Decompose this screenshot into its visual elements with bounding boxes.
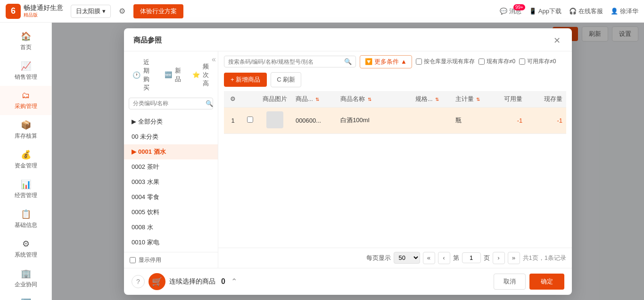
th-name[interactable]: 商品名称 ⇅ bbox=[337, 91, 412, 108]
tab-recent-label: 近期购买 bbox=[143, 58, 153, 92]
product-table-wrap: ⚙ 商品图片 商品... ⇅ bbox=[218, 91, 572, 248]
message-badge: 99+ bbox=[513, 4, 525, 10]
available-stock-filter-checkbox[interactable] bbox=[519, 58, 525, 65]
headphone-icon: 🎧 bbox=[569, 8, 577, 15]
cat-appliance[interactable]: 0010 家电 bbox=[124, 235, 218, 250]
th-spec[interactable]: 规格... ⇅ bbox=[412, 91, 452, 108]
filter-icon: 🔽 bbox=[365, 58, 372, 65]
more-filter-btn[interactable]: 🔽 更多条件 ▲ bbox=[360, 55, 412, 68]
cat-water[interactable]: 0008 水 bbox=[124, 220, 218, 235]
tab-recent-purchase[interactable]: 🕐 近期购买 bbox=[128, 55, 158, 95]
per-page-select[interactable]: 50 100 200 bbox=[394, 252, 420, 264]
page-suffix-label: 页 bbox=[484, 254, 490, 262]
cancel-btn[interactable]: 取消 bbox=[494, 274, 526, 290]
cat-beverage[interactable]: 0005 饮料 bbox=[124, 205, 218, 220]
sidebar-item-inventory[interactable]: 📦 库存核算 bbox=[0, 115, 51, 145]
tab-new-label: 新品 bbox=[175, 67, 181, 83]
sidebar-item-system[interactable]: ⚙ 系统管理 bbox=[0, 234, 51, 264]
cell-img bbox=[258, 107, 292, 133]
confirm-btn[interactable]: 确定 bbox=[529, 274, 564, 290]
sidebar-item-sales[interactable]: 📈 销售管理 bbox=[0, 56, 51, 86]
sidebar-label-system: 系统管理 bbox=[15, 251, 37, 259]
tab-high-freq[interactable]: ⭐ 频次高 bbox=[188, 55, 214, 95]
product-search-box: 🔍 bbox=[224, 56, 356, 67]
topbar: 6 畅捷通好生意 精品版 日太阳膜 ▾ ⚙ 体验行业方案 💬 消息 99+ 📱 … bbox=[0, 0, 644, 23]
user-menu[interactable]: 👤 徐泽华 bbox=[611, 7, 638, 16]
page-number-input[interactable] bbox=[462, 252, 481, 263]
total-info: 共1页，1条记录 bbox=[523, 254, 566, 262]
cat-liquor[interactable]: ▶ 0001 酒水 bbox=[124, 144, 218, 159]
topbar-dropdown[interactable]: 日太阳膜 ▾ bbox=[71, 5, 111, 18]
available-stock-filter-label[interactable]: 可用库存≠0 bbox=[519, 58, 556, 66]
gear-button[interactable]: ⚙ bbox=[115, 4, 130, 19]
left-panel: 🕐 近期购买 🆕 新品 ⭐ 频次高 « bbox=[124, 51, 218, 268]
warehouse-filter-label[interactable]: 按仓库显示现有库存 bbox=[416, 58, 475, 66]
cell-name: 白酒100ml bbox=[337, 107, 412, 133]
cell-code: 000600... bbox=[292, 107, 337, 133]
experience-btn[interactable]: 体验行业方案 bbox=[133, 4, 183, 18]
cat-all[interactable]: ▶ 全部分类 bbox=[124, 114, 218, 129]
cell-stock: -1 bbox=[526, 107, 566, 133]
spec-sort-icon: ⇅ bbox=[435, 97, 439, 102]
tab-new-product[interactable]: 🆕 新品 bbox=[160, 55, 186, 95]
collapse-left-btn[interactable]: « bbox=[212, 55, 216, 64]
user-name: 徐泽华 bbox=[620, 7, 638, 16]
app-download-btn[interactable]: 📱 App下载 bbox=[529, 7, 561, 16]
help-btn[interactable]: ? bbox=[132, 275, 145, 288]
sidebar: 🏠 首页 📈 销售管理 🗂 采购管理 📦 库存核算 💰 资金管理 📊 经营管理 … bbox=[0, 23, 52, 300]
sidebar-label-sales: 销售管理 bbox=[15, 73, 37, 81]
message-icon: 💬 bbox=[500, 8, 507, 15]
product-search-input[interactable] bbox=[228, 58, 342, 65]
th-unit[interactable]: 主计量 ⇅ bbox=[452, 91, 487, 108]
filter-arrow-icon: ▲ bbox=[401, 58, 407, 65]
product-image bbox=[266, 111, 283, 128]
last-page-btn[interactable]: » bbox=[508, 252, 520, 264]
finance-icon: 💰 bbox=[21, 150, 31, 160]
cat-tea[interactable]: 0002 茶叶 bbox=[124, 159, 218, 175]
sidebar-item-purchase[interactable]: 🗂 采购管理 bbox=[0, 86, 51, 115]
online-service-btn[interactable]: 🎧 在线客服 bbox=[569, 7, 603, 16]
modal-body: 🕐 近期购买 🆕 新品 ⭐ 频次高 « bbox=[124, 51, 572, 268]
show-disabled-checkbox[interactable] bbox=[130, 257, 136, 263]
category-search-icon: 🔍 bbox=[206, 100, 213, 107]
sidebar-item-operations[interactable]: 📊 经营管理 bbox=[0, 175, 51, 204]
logo-sub: 精品版 bbox=[24, 12, 63, 18]
cat-fruit[interactable]: 0003 水果 bbox=[124, 175, 218, 190]
category-search-input[interactable] bbox=[133, 100, 204, 107]
basic-info-icon: 📋 bbox=[21, 209, 31, 219]
sidebar-item-enterprise[interactable]: 🏢 企业协同 bbox=[0, 264, 51, 293]
table-row[interactable]: 1 000600... 白酒100ml bbox=[224, 107, 566, 133]
sidebar-item-basic-info[interactable]: 📋 基础信息 bbox=[0, 204, 51, 234]
next-page-btn[interactable]: › bbox=[493, 252, 505, 264]
cell-unit: 瓶 bbox=[452, 107, 487, 133]
warehouse-filter-checkbox[interactable] bbox=[416, 58, 422, 65]
sidebar-item-finance[interactable]: 💰 资金管理 bbox=[0, 145, 51, 175]
cell-check[interactable] bbox=[242, 107, 258, 133]
sidebar-item-home[interactable]: 🏠 首页 bbox=[0, 26, 51, 56]
new-icon: 🆕 bbox=[165, 71, 172, 78]
th-code[interactable]: 商品... ⇅ bbox=[292, 91, 337, 108]
th-stock: 现存量 bbox=[526, 91, 566, 108]
recent-icon: 🕐 bbox=[132, 71, 140, 79]
messages-btn[interactable]: 💬 消息 99+ bbox=[500, 7, 521, 16]
th-avail: 可用量 bbox=[487, 91, 527, 108]
first-page-btn[interactable]: « bbox=[423, 252, 435, 264]
cart-btn[interactable]: 🛒 bbox=[149, 273, 165, 290]
cat-uncategorized[interactable]: 00 未分类 bbox=[124, 129, 218, 144]
add-product-btn[interactable]: + 新增商品 bbox=[224, 73, 267, 87]
sidebar-label-basic-info: 基础信息 bbox=[15, 221, 37, 229]
cat-snack[interactable]: 0004 零食 bbox=[124, 190, 218, 205]
system-icon: ⚙ bbox=[22, 239, 30, 249]
collapse-footer-btn[interactable]: ⌃ bbox=[231, 277, 237, 286]
prev-page-btn[interactable]: ‹ bbox=[438, 252, 450, 264]
modal-close-btn[interactable]: ✕ bbox=[551, 35, 562, 46]
row-checkbox[interactable] bbox=[247, 117, 253, 123]
category-search-area: 🔍 bbox=[124, 95, 218, 112]
refresh-btn[interactable]: C 刷新 bbox=[271, 72, 301, 87]
th-spec-label: 规格... bbox=[415, 95, 433, 102]
sidebar-item-guide[interactable]: 🆕 新手引导 bbox=[0, 293, 51, 300]
current-stock-filter-checkbox[interactable] bbox=[479, 58, 485, 65]
sidebar-label-inventory: 库存核算 bbox=[15, 132, 37, 140]
current-stock-filter-label[interactable]: 现有库存≠0 bbox=[479, 58, 515, 66]
cat-all-label: 全部分类 bbox=[138, 117, 163, 126]
